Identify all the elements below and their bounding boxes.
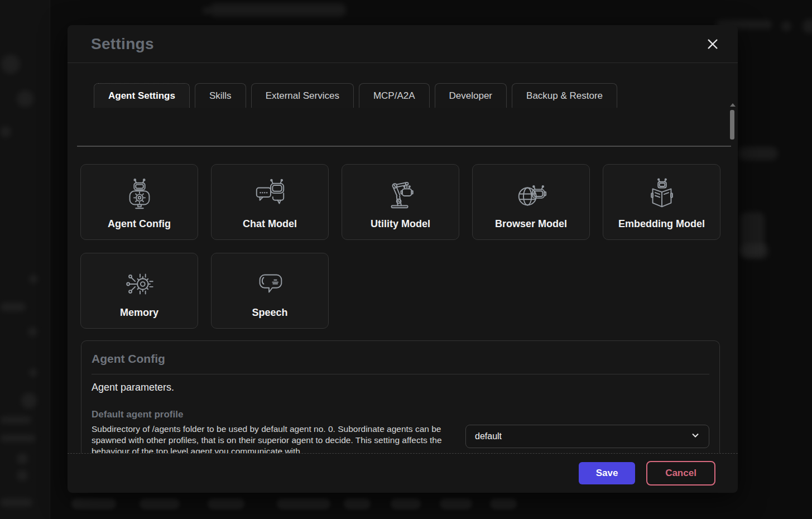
modal-footer: Save Cancel — [68, 453, 738, 493]
background-topright-icon-blob — [781, 21, 791, 31]
background-sidebar-icon-blob — [29, 368, 37, 377]
background-sidebar-icon-blob — [1, 55, 20, 74]
background-avatar-blob — [803, 19, 812, 33]
speech-bubble-icon — [253, 267, 287, 301]
tab-bar: Agent Settings Skills External Services … — [94, 83, 738, 108]
modal-body: Agent Settings Skills External Services … — [68, 63, 738, 453]
tab-agent-settings[interactable]: Agent Settings — [94, 83, 190, 108]
card-embedding-model[interactable]: Embedding Model — [603, 164, 720, 240]
settings-card-grid: Agent Config Chat Model — [80, 164, 725, 329]
background-toolbar-pill-blob — [208, 498, 244, 509]
card-label: Browser Model — [495, 218, 567, 230]
select-value: default — [475, 431, 502, 441]
chevron-down-icon — [691, 431, 700, 442]
card-utility-model[interactable]: Utility Model — [342, 164, 459, 240]
card-agent-config[interactable]: Agent Config — [80, 164, 198, 240]
section-divider — [92, 374, 709, 374]
background-sidebar-icon-blob — [28, 327, 37, 337]
background-toolbar-pill-blob — [71, 498, 116, 509]
field-control: default — [465, 409, 709, 453]
circuit-gear-icon — [122, 267, 157, 301]
background-sidebar-icon-blob — [17, 470, 28, 481]
background-sidebar-icon-blob — [17, 90, 33, 107]
card-memory[interactable]: Memory — [80, 253, 198, 329]
section-title: Agent Config — [92, 352, 709, 366]
background-sidebar-icon-blob — [0, 126, 11, 137]
section-subtitle: Agent parameters. — [92, 382, 709, 393]
save-button[interactable]: Save — [579, 462, 635, 484]
field-text: Default agent profile Subdirectory of /a… — [92, 409, 451, 453]
modal-title: Settings — [91, 35, 154, 53]
card-label: Chat Model — [243, 218, 297, 230]
close-button[interactable] — [704, 36, 721, 52]
background-toolbar-pill-blob — [344, 498, 371, 509]
background-right-pill-blob — [738, 147, 778, 160]
cancel-button[interactable]: Cancel — [646, 461, 715, 486]
tab-skills[interactable]: Skills — [195, 83, 246, 108]
field-description: Subdirectory of /agents folder to be use… — [92, 424, 444, 453]
tab-mcp-a2a[interactable]: MCP/A2A — [359, 83, 430, 108]
card-label: Memory — [120, 307, 158, 319]
card-chat-model[interactable]: Chat Model — [211, 164, 329, 240]
scrollbar-thumb[interactable] — [730, 110, 734, 140]
tab-external-services[interactable]: External Services — [251, 83, 354, 108]
background-sidebar-icon-blob — [21, 393, 37, 409]
background-sidebar-label-blob — [0, 416, 31, 424]
tab-backup-restore[interactable]: Backup & Restore — [512, 83, 617, 108]
background-sidebar-label-blob — [0, 498, 32, 507]
card-label: Embedding Model — [618, 218, 705, 230]
robot-gear-icon — [122, 178, 157, 213]
background-chat-icon-blob — [203, 7, 210, 15]
card-label: Agent Config — [108, 218, 171, 230]
card-speech[interactable]: Speech — [211, 253, 329, 329]
card-browser-model[interactable]: Browser Model — [472, 164, 590, 240]
close-icon — [707, 38, 719, 50]
background-sidebar-label-blob — [0, 435, 36, 442]
background-right-pill-blob — [741, 243, 768, 259]
robot-arm-icon — [383, 178, 418, 213]
field-default-agent-profile: Default agent profile Subdirectory of /a… — [92, 409, 709, 453]
book-robot-icon — [645, 178, 679, 213]
globe-robot-icon — [514, 178, 549, 213]
background-toolbar-pill-blob — [440, 498, 472, 509]
tab-developer[interactable]: Developer — [435, 83, 507, 108]
modal-header: Settings — [68, 25, 738, 63]
card-label: Speech — [252, 307, 287, 319]
background-sidebar-icon-blob — [29, 275, 38, 283]
background-toolbar-pill-blob — [391, 498, 421, 509]
agent-config-section: Agent Config Agent parameters. Default a… — [81, 340, 720, 453]
background-toolbar-pill-blob — [277, 498, 330, 509]
background-toolbar-pill-blob — [490, 498, 517, 509]
background-chat-title-blob — [209, 3, 346, 17]
tab-underline — [77, 146, 731, 147]
field-label: Default agent profile — [92, 409, 451, 420]
background-sidebar-icon-blob — [17, 453, 28, 464]
modal-scrollbar[interactable] — [729, 102, 735, 453]
card-label: Utility Model — [371, 218, 430, 230]
background-toolbar-pill-blob — [140, 498, 180, 509]
settings-modal: Settings Agent Settings Skills External … — [68, 25, 738, 493]
chat-robot-icon — [253, 178, 287, 213]
default-profile-select[interactable]: default — [465, 425, 709, 448]
background-sidebar-label-blob — [0, 302, 26, 311]
scrollbar-up-arrow[interactable] — [730, 103, 736, 107]
